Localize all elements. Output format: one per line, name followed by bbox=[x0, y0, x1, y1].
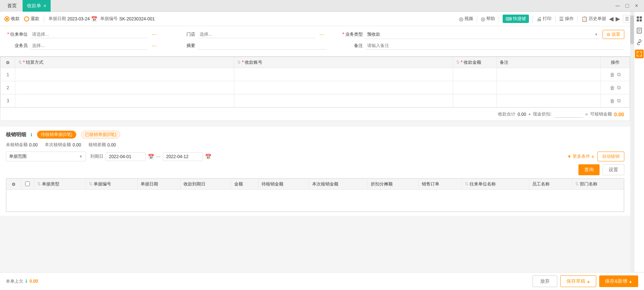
tab-close-icon[interactable]: × bbox=[43, 0, 46, 12]
help-action[interactable]: ◎ 帮助 bbox=[481, 16, 495, 22]
date-from-icon[interactable]: 📅 bbox=[148, 154, 154, 160]
tab-home[interactable]: 首页 bbox=[1, 0, 23, 12]
date-value[interactable]: 2023-03-24 bbox=[67, 16, 90, 21]
filter-icon: ▼ bbox=[567, 154, 572, 159]
next-arrow[interactable]: ▶ bbox=[615, 15, 621, 22]
date-to-icon[interactable]: 📅 bbox=[205, 154, 211, 160]
salesperson-input[interactable] bbox=[30, 42, 148, 50]
svg-rect-0 bbox=[637, 16, 639, 19]
shortcut-label: 快捷键 bbox=[513, 16, 526, 22]
row-action-1: 🗑 ⧉ bbox=[601, 68, 630, 81]
discount-input[interactable] bbox=[554, 111, 583, 118]
counterpart-label: * 往来单位 bbox=[6, 31, 28, 38]
tab-pending[interactable]: 待核销单据(0笔) bbox=[37, 130, 76, 139]
shop-input[interactable] bbox=[197, 31, 315, 38]
remark-input[interactable] bbox=[365, 42, 624, 50]
date-to-input[interactable] bbox=[163, 152, 203, 161]
th-account: ⇅ * 收款账号 bbox=[234, 57, 453, 68]
date-from-input[interactable] bbox=[106, 152, 146, 161]
delete-icon-3[interactable]: 🗑 bbox=[610, 98, 615, 104]
bth-amount: 金额 bbox=[231, 179, 258, 190]
query-button[interactable]: 查询 bbox=[578, 164, 600, 175]
diff-value: 0.00 bbox=[107, 142, 116, 148]
prev-arrow[interactable]: ◀ bbox=[608, 15, 614, 22]
writeoff-info-icon[interactable]: ℹ bbox=[31, 132, 32, 137]
tab-active[interactable]: 收款单 × bbox=[23, 0, 51, 12]
remark-field: 备注 bbox=[341, 42, 624, 50]
bth-settings[interactable]: ⚙ bbox=[7, 179, 21, 190]
bth-due-date: 收款到期日 bbox=[180, 179, 231, 190]
calendar-icon[interactable]: 📅 bbox=[91, 16, 97, 22]
row-settlement-2[interactable] bbox=[15, 81, 234, 94]
row-remark-3[interactable] bbox=[496, 94, 600, 107]
maximize-btn[interactable]: □ bbox=[624, 3, 631, 9]
minimize-btn[interactable]: ─ bbox=[614, 3, 621, 9]
table-icon bbox=[636, 16, 642, 22]
row-amount-1[interactable] bbox=[453, 68, 496, 81]
bth-current: 本次核销金额 bbox=[309, 179, 368, 190]
shop-more-btn[interactable]: ··· bbox=[317, 31, 326, 38]
video-label: 视频 bbox=[464, 16, 473, 22]
range-select[interactable]: 单据范围 ▼ bbox=[6, 152, 86, 161]
list-view-icon[interactable]: ☰ bbox=[623, 15, 631, 23]
copy-icon-2[interactable]: ⧉ bbox=[617, 85, 621, 91]
row-remark-1[interactable] bbox=[496, 68, 600, 81]
current-label: 本次核销金额 bbox=[45, 142, 71, 148]
setting-button[interactable]: 设置 bbox=[602, 164, 624, 175]
filter-more-label: 更多条件 bbox=[573, 153, 590, 160]
summary-input[interactable] bbox=[197, 42, 326, 50]
close-btn[interactable]: × bbox=[633, 3, 640, 9]
right-panel-icon-1[interactable] bbox=[635, 15, 644, 23]
row-action-2: 🗑 ⧉ bbox=[601, 81, 630, 94]
row-num-2: 2 bbox=[1, 81, 15, 94]
delete-icon-1[interactable]: 🗑 bbox=[610, 72, 615, 78]
counterpart-more-btn[interactable]: ··· bbox=[150, 31, 159, 38]
scrollbar-thumb[interactable] bbox=[630, 15, 634, 44]
operation-label: 操作 bbox=[565, 16, 574, 22]
radio-receive[interactable]: 收款 bbox=[4, 16, 20, 22]
salesperson-more-btn[interactable]: ··· bbox=[150, 43, 159, 49]
bth-type: ⇅ 单据类型 bbox=[34, 179, 86, 190]
row-settlement-3[interactable] bbox=[15, 94, 234, 107]
radio-refund[interactable]: 退款 bbox=[24, 16, 39, 22]
row-account-3[interactable] bbox=[234, 94, 453, 107]
settings-button[interactable]: ⚙ 设置 bbox=[602, 30, 624, 39]
delete-icon-2[interactable]: 🗑 bbox=[610, 85, 615, 91]
bth-sort-type: ⇅ bbox=[37, 181, 41, 187]
row-amount-3[interactable] bbox=[453, 94, 496, 107]
scrollbar-track[interactable] bbox=[630, 12, 634, 232]
number-value[interactable]: SK-20230324-001 bbox=[119, 16, 154, 21]
shortcut-button[interactable]: ⌨ 快捷键 bbox=[503, 15, 529, 23]
counterpart-input[interactable] bbox=[30, 31, 148, 38]
row-account-1[interactable] bbox=[234, 68, 453, 81]
history-action[interactable]: 📋 历史单据 bbox=[581, 16, 606, 22]
row-settlement-1[interactable] bbox=[15, 68, 234, 81]
row-account-2[interactable] bbox=[234, 81, 453, 94]
print-action[interactable]: 🖨 打印 bbox=[537, 16, 551, 22]
operation-action[interactable]: ☰ 操作 bbox=[559, 16, 574, 22]
print-icon: 🖨 bbox=[537, 16, 542, 22]
writeoff-section: 核销明细 ℹ 待核销单据(0笔) 已核销单据(0笔) 未核销金额 0.00 本次… bbox=[0, 127, 630, 216]
select-all-checkbox[interactable] bbox=[25, 181, 30, 186]
row-amount-2[interactable] bbox=[453, 81, 496, 94]
th-settlement: ⇅ * 结算方式 bbox=[15, 57, 234, 68]
row-remark-2[interactable] bbox=[496, 81, 600, 94]
right-panel-icon-2[interactable] bbox=[635, 26, 644, 35]
video-action[interactable]: ◎ 视频 bbox=[459, 16, 473, 22]
tab-done[interactable]: 已核销单据(0笔) bbox=[81, 130, 121, 139]
current-value: 0.00 bbox=[72, 142, 81, 148]
th-settings[interactable]: ⚙ bbox=[1, 57, 15, 68]
business-type-select[interactable]: 预收款 ▼ bbox=[365, 30, 600, 39]
equals-sign: = bbox=[585, 112, 588, 117]
copy-icon-1[interactable]: ⧉ bbox=[617, 71, 621, 78]
right-panel-icon-3[interactable] bbox=[635, 38, 644, 47]
th-amount: ⇅ * 收款金额 bbox=[453, 57, 496, 68]
bth-checkbox[interactable] bbox=[21, 179, 34, 190]
right-panel-icon-4[interactable] bbox=[635, 50, 644, 58]
main-content: * 往来单位 ··· 门店 ··· * 业务类型 预收款 ▼ bbox=[0, 26, 630, 232]
due-date-label: 到期日 bbox=[90, 153, 103, 160]
copy-icon-3[interactable]: ⧉ bbox=[617, 98, 621, 104]
operation-icon: ☰ bbox=[559, 16, 564, 22]
filter-more-btn[interactable]: ▼ 更多条件 ∧ bbox=[567, 153, 594, 160]
auto-writeoff-button[interactable]: 自动核销 bbox=[597, 152, 624, 161]
